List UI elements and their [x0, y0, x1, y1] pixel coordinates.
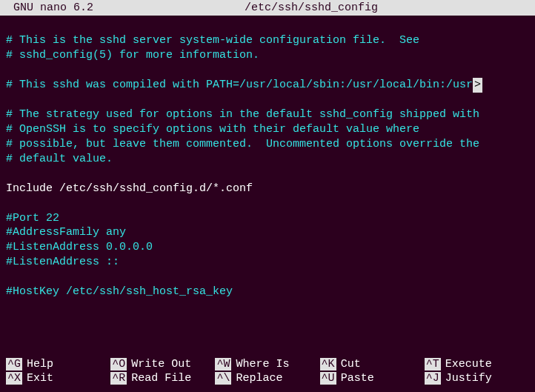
config-line	[6, 270, 529, 285]
shortcut-replace[interactable]: ^\ Replace	[215, 372, 319, 385]
config-line: Include /etc/ssh/sshd_config.d/*.conf	[6, 182, 529, 196]
config-line: # possible, but leave them commented. Un…	[6, 137, 529, 152]
config-line: # This sshd was compiled with PATH=/usr/…	[6, 78, 529, 93]
key-hint: ^K	[320, 358, 336, 371]
key-label: Paste	[341, 372, 374, 385]
key-hint: ^W	[215, 358, 231, 371]
key-hint: ^U	[320, 372, 336, 385]
key-label: Read File	[131, 372, 191, 385]
shortcut-read-file[interactable]: ^R Read File	[110, 372, 215, 385]
config-line	[6, 93, 529, 107]
config-line	[6, 196, 529, 211]
shortcut-bar: ^G Help ^O Write Out ^W Where Is ^K Cut …	[6, 358, 529, 386]
app-name: GNU nano 6.2	[6, 1, 93, 14]
shortcut-help[interactable]: ^G Help	[6, 358, 110, 371]
shortcut-cut[interactable]: ^K Cut	[320, 358, 425, 371]
key-label: Cut	[341, 358, 361, 371]
key-label: Replace	[236, 372, 282, 385]
key-hint: ^T	[425, 358, 441, 371]
config-line: #AddressFamily any	[6, 225, 529, 240]
key-label: Execute	[445, 358, 492, 371]
key-hint: ^O	[110, 358, 127, 371]
config-line: #HostKey /etc/ssh/ssh_host_rsa_key	[6, 285, 529, 299]
key-label: Exit	[27, 372, 53, 385]
shortcut-row-1: ^G Help ^O Write Out ^W Where Is ^K Cut …	[6, 358, 529, 371]
config-line: # This is the sshd server system-wide co…	[6, 33, 529, 48]
config-line	[6, 167, 529, 182]
line-overflow-indicator: >	[473, 78, 482, 93]
key-label: Where Is	[236, 358, 289, 371]
config-line: # OpenSSH is to specify options with the…	[6, 122, 529, 137]
config-line: #Port 22	[6, 211, 529, 226]
key-label: Write Out	[131, 358, 191, 371]
shortcut-justify[interactable]: ^J Justify	[425, 372, 529, 385]
config-line: # The strategy used for options in the d…	[6, 107, 529, 122]
config-line: #ListenAddress ::	[6, 255, 529, 270]
key-hint: ^X	[6, 372, 22, 385]
title-bar: GNU nano 6.2 /etc/ssh/sshd_config	[0, 0, 535, 16]
key-hint: ^J	[425, 372, 441, 385]
shortcut-where-is[interactable]: ^W Where Is	[215, 358, 319, 371]
key-label: Justify	[445, 372, 492, 385]
key-hint: ^\	[215, 372, 231, 385]
shortcut-execute[interactable]: ^T Execute	[425, 358, 529, 371]
key-label: Help	[27, 358, 53, 371]
file-path: /etc/ssh/sshd_config	[93, 1, 529, 14]
key-hint: ^R	[110, 372, 127, 385]
shortcut-write-out[interactable]: ^O Write Out	[110, 358, 215, 371]
config-line	[6, 63, 529, 78]
shortcut-paste[interactable]: ^U Paste	[320, 372, 425, 385]
key-hint: ^G	[6, 358, 22, 371]
config-line: # sshd_config(5) for more information.	[6, 48, 529, 63]
config-line: #ListenAddress 0.0.0.0	[6, 240, 529, 255]
shortcut-row-2: ^X Exit ^R Read File ^\ Replace ^U Paste…	[6, 372, 529, 385]
config-line: # default value.	[6, 152, 529, 167]
shortcut-exit[interactable]: ^X Exit	[6, 372, 110, 385]
editor-content[interactable]: # This is the sshd server system-wide co…	[0, 16, 535, 302]
